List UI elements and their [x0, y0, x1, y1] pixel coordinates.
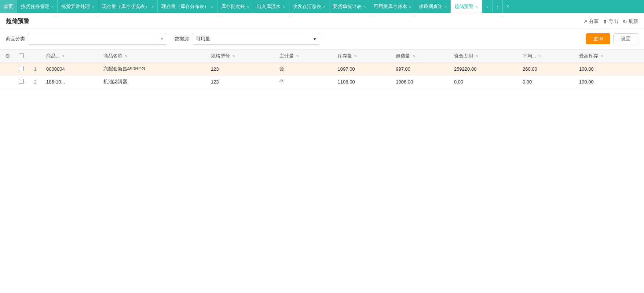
close-icon[interactable]: × — [323, 4, 325, 9]
row-spec: 123 — [207, 75, 276, 88]
category-label: 商品分类 — [6, 36, 25, 42]
table-header-row: ⚙ 商品... ⇅ 商品名称 ⇅ 规格型号 — [0, 50, 644, 63]
share-icon: ↗ — [583, 19, 588, 25]
nav-item-label: 保质期查询 — [419, 3, 443, 10]
datasource-label: 数据源 — [175, 36, 189, 42]
sort-icon: ⇅ — [476, 55, 478, 58]
close-icon[interactable]: × — [363, 4, 366, 9]
col-overstock-header[interactable]: 超储量 ⇅ — [392, 50, 450, 63]
filter-datasource: 数据源 可用量 ▾ — [175, 33, 320, 45]
row-stock: 1106.00 — [334, 75, 392, 88]
export-label: 导出 — [609, 18, 618, 25]
sort-icon: ⇅ — [125, 55, 127, 58]
nav-arrow-left[interactable]: ‹ — [482, 0, 492, 13]
datasource-value: 可用量 — [196, 36, 210, 42]
row-max-stock: 100.00 — [575, 63, 644, 75]
col-product-name-header[interactable]: 商品名称 ⇅ — [100, 50, 207, 63]
row-product-name: 机油滤清器 — [100, 75, 207, 88]
nav-arrow-right[interactable]: › — [492, 0, 502, 13]
filter-area: 商品分类 ▾ 数据源 可用量 ▾ 查询 设置 — [0, 29, 644, 49]
nav-item-inventory-dist[interactable]: 现存量（库存分布表） × — [158, 0, 217, 13]
col-product-code-header[interactable]: 商品... ⇅ — [43, 50, 100, 63]
query-button[interactable]: 查询 — [586, 33, 610, 44]
sort-icon: ⇅ — [62, 55, 65, 58]
chevron-down-icon: ▾ — [314, 36, 316, 42]
col-stock-header[interactable]: 库存量 ⇅ — [334, 50, 392, 63]
row-checkbox[interactable] — [19, 66, 24, 71]
table-row: 1 0000004 六配套新昌490BPG 123 套 1097.00 997.… — [0, 63, 644, 75]
gear-icon[interactable]: ⚙ — [5, 53, 10, 59]
col-capital-header[interactable]: 资金占用 ⇅ — [450, 50, 519, 63]
close-icon[interactable]: × — [151, 4, 154, 9]
row-product-code: 0000004 — [43, 63, 100, 75]
col-unit-header[interactable]: 主计量 ⇅ — [276, 50, 334, 63]
row-checkbox-cell — [15, 63, 28, 75]
row-capital: 259220.00 — [450, 63, 519, 75]
row-checkbox-cell — [15, 75, 28, 88]
close-icon[interactable]: × — [282, 4, 285, 9]
close-icon[interactable]: × — [211, 4, 213, 9]
nav-item-label: 要货单统计表 — [333, 3, 362, 10]
select-all-checkbox[interactable] — [19, 53, 24, 58]
close-icon[interactable]: × — [409, 4, 411, 9]
col-spec-header[interactable]: 规格型号 ⇅ — [207, 50, 276, 63]
table-wrapper: ⚙ 商品... ⇅ 商品名称 ⇅ 规格型号 — [0, 49, 644, 88]
datasource-select[interactable]: 可用量 ▾ — [192, 33, 320, 45]
nav-bar: 首页 拣货任务管理 × 拣货异常处理 × 现存量（库存状况表） × 现存量（库存… — [0, 0, 644, 13]
row-checkbox[interactable] — [19, 79, 24, 84]
sort-icon: ⇅ — [601, 55, 603, 58]
close-icon[interactable]: × — [475, 4, 477, 9]
nav-item-label: 拣货异常处理 — [61, 3, 90, 10]
nav-item-inventory-status[interactable]: 现存量（库存状况表） × — [98, 0, 158, 13]
nav-item-inout-flow[interactable]: 出入库流水 × — [253, 0, 289, 13]
row-avg: 0.00 — [519, 75, 575, 88]
nav-item-label: 库存批次账 — [221, 3, 245, 10]
nav-item-batch-account[interactable]: 库存批次账 × — [217, 0, 253, 13]
chevron-down-icon: ▾ — [161, 36, 163, 41]
col-avg-header[interactable]: 平均... ⇅ — [519, 50, 575, 63]
export-icon: ⬆ — [603, 19, 607, 25]
data-table: ⚙ 商品... ⇅ 商品名称 ⇅ 规格型号 — [0, 49, 644, 88]
nav-item-label: 现存量（库存分布表） — [161, 3, 209, 10]
nav-item-home[interactable]: 首页 — [0, 0, 17, 13]
nav-arrow-close[interactable]: × — [502, 0, 513, 13]
refresh-button[interactable]: ↻ 刷新 — [623, 18, 638, 25]
table-body: 1 0000004 六配套新昌490BPG 123 套 1097.00 997.… — [0, 63, 644, 88]
nav-item-label: 收发存汇总表 — [293, 3, 321, 10]
nav-item-task-mgmt[interactable]: 拣货任务管理 × — [17, 0, 58, 13]
share-button[interactable]: ↗ 分享 — [583, 18, 599, 25]
page-container: 超储预警 ↗ 分享 ⬆ 导出 ↻ 刷新 商品分类 ▾ 数据源 — [0, 13, 644, 293]
settings-button[interactable]: 设置 — [613, 33, 638, 44]
nav-item-overstock-warning[interactable]: 超储预警 × — [451, 0, 482, 13]
row-overstock: 997.00 — [392, 63, 450, 75]
nav-item-label: 出入库流水 — [257, 3, 281, 10]
col-gear: ⚙ — [0, 50, 15, 63]
refresh-icon: ↻ — [623, 19, 627, 25]
table-row: 2 186-10... 机油滤清器 123 个 1106.00 1006.00 … — [0, 75, 644, 88]
row-unit: 套 — [276, 63, 334, 75]
close-icon[interactable]: × — [51, 4, 54, 9]
nav-item-quality-check[interactable]: 保质期查询 × — [415, 0, 451, 13]
close-icon[interactable]: × — [247, 4, 249, 9]
row-index: 1 — [28, 63, 43, 75]
row-gear-cell — [0, 75, 15, 88]
nav-item-order-stat[interactable]: 要货单统计表 × — [329, 0, 370, 13]
sort-icon: ⇅ — [354, 55, 357, 58]
header-actions: ↗ 分享 ⬆ 导出 ↻ 刷新 — [583, 18, 638, 25]
nav-item-collect-summary[interactable]: 收发存汇总表 × — [289, 0, 329, 13]
row-stock: 1097.00 — [334, 63, 392, 75]
export-button[interactable]: ⬆ 导出 — [603, 18, 618, 25]
category-select[interactable]: ▾ — [28, 33, 167, 45]
col-max-stock-header[interactable]: 最高库存 ⇅ — [575, 50, 644, 63]
page-header: 超储预警 ↗ 分享 ⬆ 导出 ↻ 刷新 — [0, 13, 644, 29]
sort-icon: ⇅ — [296, 55, 299, 58]
nav-item-available-account[interactable]: 可用量库存账本 × — [370, 0, 415, 13]
close-icon[interactable]: × — [444, 4, 447, 9]
close-icon[interactable]: × — [92, 4, 94, 9]
row-max-stock: 100.00 — [575, 75, 644, 88]
share-label: 分享 — [589, 18, 599, 25]
page-title: 超储预警 — [6, 18, 29, 25]
row-index: 2 — [28, 75, 43, 88]
nav-item-abnormal[interactable]: 拣货异常处理 × — [58, 0, 98, 13]
nav-item-label: 现存量（库存状况表） — [102, 3, 150, 10]
